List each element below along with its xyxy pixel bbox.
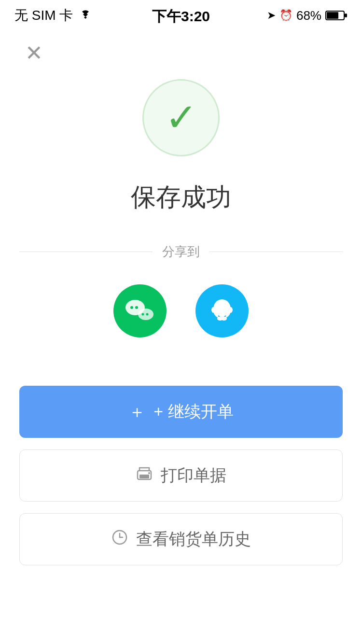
svg-rect-2 <box>345 14 347 17</box>
continue-order-button[interactable]: ＋ + 继续开单 <box>19 386 343 438</box>
status-right: ➤ ⏰ 68% <box>267 8 348 23</box>
plus-icon: ＋ <box>128 400 146 424</box>
success-title: 保存成功 <box>131 181 231 214</box>
qq-share-button[interactable] <box>195 284 249 337</box>
svg-point-13 <box>213 303 231 319</box>
history-icon <box>111 529 128 550</box>
share-section: 分享到 <box>0 243 362 337</box>
print-button[interactable]: 打印单据 <box>19 449 343 502</box>
svg-point-6 <box>138 308 153 320</box>
history-button[interactable]: 查看销货单历史 <box>19 513 343 565</box>
alarm-icon: ⏰ <box>279 9 292 22</box>
svg-point-20 <box>148 472 150 474</box>
location-icon: ➤ <box>267 9 276 22</box>
svg-point-7 <box>142 313 144 316</box>
continue-order-label: + 继续开单 <box>153 401 233 423</box>
status-bar: 无 SIM 卡 下午3:20 ➤ ⏰ 68% <box>0 0 362 31</box>
wifi-icon <box>78 10 93 21</box>
close-button[interactable]: ✕ <box>19 39 48 68</box>
status-time: 下午3:20 <box>152 7 210 27</box>
main-content: ✓ 保存成功 分享到 <box>0 31 362 565</box>
share-divider: 分享到 <box>19 243 343 260</box>
success-circle: ✓ <box>142 79 220 156</box>
qq-icon <box>207 295 237 326</box>
svg-point-15 <box>229 307 233 313</box>
battery-icon <box>325 10 348 21</box>
svg-rect-19 <box>139 475 149 478</box>
close-icon: ✕ <box>25 42 43 64</box>
print-icon <box>136 465 153 486</box>
print-label: 打印单据 <box>161 464 226 487</box>
svg-point-17 <box>221 317 227 321</box>
svg-point-8 <box>146 313 149 316</box>
svg-point-4 <box>130 306 133 309</box>
share-icons <box>19 284 343 337</box>
actions: ＋ + 继续开单 打印单据 查看销货单历史 <box>0 386 362 565</box>
history-label: 查看销货单历史 <box>136 528 251 550</box>
divider-left <box>19 252 153 252</box>
wechat-share-button[interactable] <box>113 284 167 337</box>
svg-point-14 <box>211 307 215 313</box>
status-left: 无 SIM 卡 <box>14 6 93 25</box>
share-label: 分享到 <box>162 243 200 260</box>
wechat-icon <box>125 298 155 324</box>
svg-point-5 <box>135 306 138 309</box>
battery-percent: 68% <box>296 8 321 23</box>
sim-status: 无 SIM 卡 <box>14 6 73 25</box>
svg-rect-1 <box>327 12 338 19</box>
divider-right <box>209 252 343 252</box>
checkmark-icon: ✓ <box>165 98 197 137</box>
